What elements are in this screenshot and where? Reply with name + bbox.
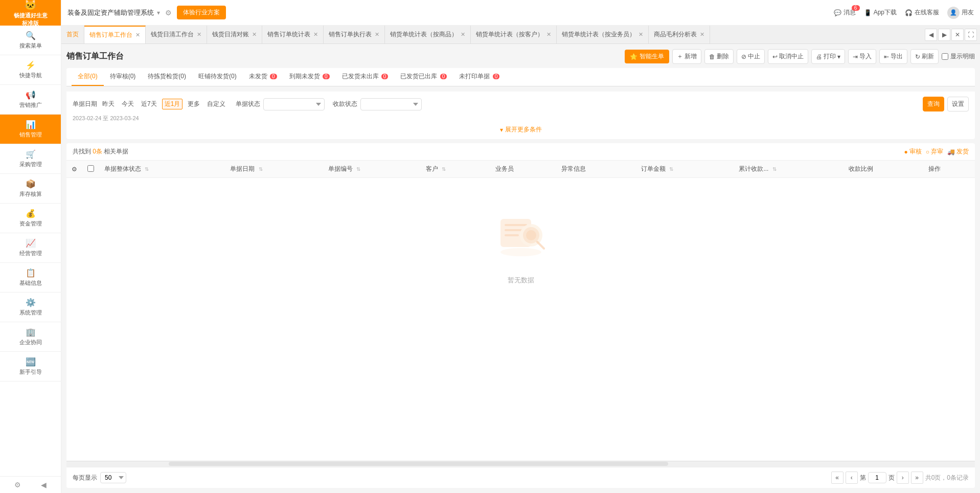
first-page-btn[interactable]: « [831,472,844,484]
experience-button[interactable]: 体验行业方案 [177,6,226,19]
export-button[interactable]: ⇤ 导出 [879,49,907,64]
sub-tab-not-printed[interactable]: 未打印单据 0 [453,68,506,86]
audit-btn[interactable]: ● 审核 [904,147,922,156]
app-download-btn[interactable]: 📱 App下载 [864,8,897,17]
sidebar-item-quick-nav[interactable]: ⚡ 快捷导航 [0,55,61,85]
sort-date-icon[interactable]: ⇅ [259,166,263,172]
stop-button[interactable]: ⊘ 中止 [737,49,765,64]
tab-fullscreen-btn[interactable]: ⛶ [965,29,977,41]
last-page-btn[interactable]: » [911,472,923,484]
date-last1m[interactable]: 近1月 [162,99,183,109]
sort-customer-icon[interactable]: ⇅ [442,166,446,172]
tab-sales-order[interactable]: 销售订单工作台 ✕ [84,26,146,44]
date-today[interactable]: 今天 [120,99,136,109]
next-page-btn[interactable]: › [897,472,909,484]
collapse-btn[interactable]: ◀ [41,481,47,489]
tab-sales-order-close[interactable]: ✕ [135,32,140,38]
tab-sales-exec-close[interactable]: ✕ [375,31,379,38]
sidebar-item-finance[interactable]: 💰 资金管理 [0,204,61,233]
basic-icon: 📋 [26,268,36,278]
tab-sales-sum-customer-close[interactable]: ✕ [546,31,551,38]
sort-collected-icon[interactable]: ⇅ [772,166,777,172]
cancel-audit-btn[interactable]: ○ 弃审 [926,147,943,156]
sub-tab-pending-inspection[interactable]: 待拣货检货(0) [142,68,192,86]
ship-btn[interactable]: 🚚 发货 [947,147,969,156]
date-custom[interactable]: 自定义 [205,99,227,109]
tab-prev-btn[interactable]: ◀ [925,29,937,41]
import-button[interactable]: ⇥ 导入 [848,49,876,64]
page-input[interactable] [868,472,886,483]
tab-sales-stat[interactable]: 销售订单统计表 ✕ [262,26,324,44]
sidebar-item-enterprise[interactable]: 🏢 企业协同 [0,322,61,352]
tab-cash-reconcile[interactable]: 钱货日清对账 ✕ [207,26,262,44]
tab-close-all-btn[interactable]: ✕ [951,29,964,41]
sub-tab-shipped-not-out[interactable]: 已发货未出库 0 [336,68,395,86]
print-button[interactable]: 🖨 打印 ▾ [811,49,845,64]
col-abnormal: 异常信息 [556,161,636,178]
tab-sales-sum-staff-close[interactable]: ✕ [639,31,643,38]
prev-page-btn[interactable]: ‹ [846,472,858,484]
show-detail-label: 显示明细 [950,52,975,61]
sidebar-item-search[interactable]: 🔍 搜索菜单 [0,26,61,55]
tab-product-margin[interactable]: 商品毛利分析表 ✕ [649,26,710,44]
sub-tab-wangpu[interactable]: 旺铺待发货(0) [192,68,243,86]
sort-number-icon[interactable]: ⇅ [356,166,360,172]
tab-sales-sum-staff[interactable]: 销货单统计表（按业务员） ✕ [557,26,649,44]
gear-button[interactable]: ⚙ [165,9,172,17]
date-more[interactable]: 更多 [186,99,202,109]
empty-state: 暂无数据 [66,178,975,316]
tab-home[interactable]: 首页 [61,26,84,44]
sidebar-item-operation[interactable]: 📈 经营管理 [0,233,61,263]
sidebar-item-inventory[interactable]: 📦 库存核算 [0,174,61,204]
payment-select[interactable] [360,98,422,110]
import-icon: ⇥ [853,53,858,60]
refresh-button[interactable]: ↻ 刷新 [910,49,939,64]
tab-cash-reconcile-close[interactable]: ✕ [252,31,257,38]
scrollbar-area[interactable] [66,461,975,467]
cancel-stop-button[interactable]: ↩ 取消中止 [768,49,808,64]
sort-status-icon[interactable]: ⇅ [145,166,149,172]
page-size-select[interactable]: 50 20 100 [100,472,126,483]
sidebar-item-guide[interactable]: 🆕 新手引导 [0,352,61,382]
tab-next-btn[interactable]: ▶ [938,29,950,41]
show-detail-checkbox[interactable] [942,53,948,60]
sub-tab-pending-review[interactable]: 待审核(0) [104,68,142,86]
online-service-btn[interactable]: 🎧 在线客服 [905,8,939,17]
status-select[interactable] [263,98,325,110]
delete-button[interactable]: 🗑 删除 [704,49,734,64]
message-btn[interactable]: 💬 消息 6 [834,8,856,17]
sidebar-item-marketing[interactable]: 📢 营销推广 [0,85,61,115]
sub-tab-not-shipped[interactable]: 未发货 0 [243,68,283,86]
tab-cash-daily-close[interactable]: ✕ [197,31,201,38]
date-last7[interactable]: 近7天 [139,99,159,109]
show-detail-checkbox-label[interactable]: 显示明细 [942,52,975,61]
sort-amount-icon[interactable]: ⇅ [669,166,673,172]
sub-tab-shipped-out[interactable]: 已发货已出库 0 [394,68,453,86]
settings-filter-button[interactable]: 设置 [947,97,969,111]
sidebar-item-basic[interactable]: 📋 基础信息 [0,263,61,293]
col-settings-icon[interactable]: ⚙ [72,166,77,173]
tab-cash-daily[interactable]: 钱货日清工作台 ✕ [146,26,207,44]
scrollbar-track[interactable] [169,462,668,466]
query-button[interactable]: 查询 [923,97,944,111]
expand-more-btn[interactable]: ▾ 展开更多条件 [73,125,969,134]
table-scroll[interactable]: ⚙ 单据整体状态 ⇅ 单据日期 ⇅ [66,161,975,461]
date-yesterday[interactable]: 昨天 [100,99,117,109]
tab-sales-sum-product[interactable]: 销货单统计表（按商品） ✕ [385,26,471,44]
sidebar-item-system[interactable]: ⚙️ 系统管理 [0,293,61,322]
tab-sales-sum-customer[interactable]: 销货单统计表（按客户） ✕ [471,26,557,44]
select-all-checkbox[interactable] [87,165,94,172]
sidebar-item-purchase[interactable]: 🛒 采购管理 [0,144,61,174]
add-button[interactable]: ＋ 新增 [672,49,701,64]
sub-tab-expired[interactable]: 到期未发货 0 [283,68,336,86]
tab-sales-stat-close[interactable]: ✕ [313,31,318,38]
tab-sales-exec[interactable]: 销售订单执行表 ✕ [324,26,385,44]
tab-product-margin-close[interactable]: ✕ [700,31,704,38]
sidebar-item-sales[interactable]: 📊 销售管理 [0,115,61,144]
smart-generate-button[interactable]: ⭐ 智能生单 [625,50,669,63]
tab-sales-sum-product-close[interactable]: ✕ [461,31,465,38]
refresh-icon: ↻ [915,53,920,60]
settings-bottom-btn[interactable]: ⚙ [14,481,21,489]
user-info[interactable]: 👤 用友 [947,7,974,19]
sub-tab-all[interactable]: 全部(0) [72,68,104,86]
